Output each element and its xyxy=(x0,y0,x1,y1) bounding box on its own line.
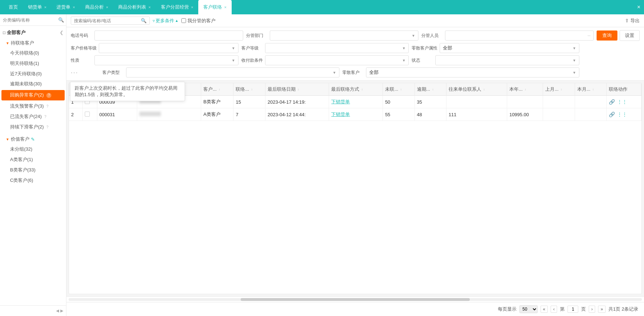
filter-select-payment[interactable]: ▼ xyxy=(265,55,409,65)
sort-icon-year-amount[interactable]: ↕ xyxy=(525,88,526,91)
col-header-last-method[interactable]: 最后联络方式 ↕ xyxy=(329,83,383,96)
nav-tab-customer-contact-close[interactable]: × xyxy=(224,5,226,9)
sidebar-item-abnormal-repurchase[interactable]: 回购异常客户(2) ? xyxy=(1,90,65,100)
sidebar-item-class-c[interactable]: C类客户(6) xyxy=(0,175,66,186)
export-button[interactable]: ⇧ 导出 xyxy=(625,18,640,24)
collapse-icon: □ xyxy=(3,30,5,35)
filter-select-price-level[interactable]: ▼ xyxy=(99,43,238,53)
sidebar-item-loss-warning[interactable]: 流失预警客户(3) ? xyxy=(0,101,66,112)
info-icon[interactable]: ? xyxy=(46,125,48,129)
action-link-icon-1[interactable]: 🔗 xyxy=(609,112,615,117)
sidebar-item-declining-customers[interactable]: 持续下滑客户(2) ? xyxy=(0,122,66,132)
col-header-type[interactable]: 客户... ↕ xyxy=(201,83,233,96)
nav-tab-customer-segment-close[interactable]: × xyxy=(191,5,193,9)
col-header-contact-count[interactable]: 联络... ↕ xyxy=(233,83,265,96)
nav-tab-product-analysis-close[interactable]: × xyxy=(106,5,108,9)
first-page-button[interactable]: « xyxy=(541,306,548,313)
sidebar-item-label: B类客户(33) xyxy=(10,167,36,173)
sidebar-search-icon[interactable]: 🔍 xyxy=(58,17,64,23)
filter-select-nature[interactable]: ▼ xyxy=(94,55,238,65)
sort-icon-last-month[interactable]: ↕ xyxy=(561,88,562,91)
page-size-select[interactable]: 50 100 200 xyxy=(519,305,538,313)
sort-icon-last-method[interactable]: ↕ xyxy=(361,88,363,91)
action-link-icon-0[interactable]: 🔗 xyxy=(609,99,615,105)
window-close-button[interactable]: × xyxy=(637,4,640,10)
nav-tab-sales-close[interactable]: × xyxy=(44,5,46,9)
last-method-link-0[interactable]: 下销货单 xyxy=(331,99,350,104)
nav-tab-purchase-close[interactable]: × xyxy=(73,5,75,9)
col-label-overdue: 逾期... xyxy=(417,86,430,92)
filter-select-dept[interactable]: ▼ xyxy=(270,30,418,41)
settings-button[interactable]: 设置 xyxy=(620,30,640,41)
info-icon[interactable]: ? xyxy=(46,104,48,108)
sidebar-root-item[interactable]: □ 全部客户 ❮ xyxy=(0,27,66,38)
nav-tab-product-analysis-list[interactable]: 商品分析列表 × xyxy=(113,0,156,14)
filter-select-status[interactable]: ▼ xyxy=(435,55,579,65)
filter-input-phone[interactable] xyxy=(94,30,243,41)
my-customers-checkbox[interactable] xyxy=(181,18,186,23)
search-input[interactable] xyxy=(74,18,141,23)
sidebar-item-7days-contact[interactable]: 近7天待联络(0) xyxy=(0,69,66,79)
sort-icon-type[interactable]: ↕ xyxy=(219,88,220,91)
col-header-overdue[interactable]: 逾期... ↕ xyxy=(414,83,446,96)
sidebar-search-input[interactable] xyxy=(3,18,57,23)
info-icon[interactable]: ? xyxy=(46,93,51,98)
sidebar-item-label: 未分组(32) xyxy=(10,146,32,152)
horizontal-scrollbar[interactable] xyxy=(66,296,644,302)
nav-tab-home[interactable]: 首页 xyxy=(4,0,23,14)
sort-icon-uncontacted[interactable]: ↕ xyxy=(400,88,402,91)
last-page-button[interactable]: » xyxy=(598,306,606,313)
prev-page-button[interactable]: ‹ xyxy=(551,306,557,313)
nav-tab-product-analysis[interactable]: 商品分析 × xyxy=(80,0,113,14)
more-conditions-button[interactable]: ▿ 更多条件 ▲ xyxy=(153,18,179,24)
sidebar-item-overdue-contact[interactable]: 逾期未联络(30) xyxy=(0,79,66,89)
sidebar-item-label: 今天待联络(0) xyxy=(10,50,39,56)
sort-icon-overdue[interactable]: ↕ xyxy=(432,88,434,91)
filter-field-phone: 电话号码 xyxy=(71,30,243,41)
nav-tab-customer-segment[interactable]: 客户分层经营 × xyxy=(156,0,198,14)
sort-icon-unit-contacts[interactable]: ↕ xyxy=(483,88,485,91)
sidebar-item-lost-customers[interactable]: 已流失客户(24) ? xyxy=(0,112,66,122)
sidebar-item-today-contact[interactable]: 今天待联络(0) xyxy=(0,48,66,58)
sort-icon-last-date[interactable]: ↕ xyxy=(298,88,299,91)
sidebar-collapse-arrow[interactable]: ❮ xyxy=(60,30,63,35)
col-header-uncontacted[interactable]: 未联... ↕ xyxy=(383,83,414,96)
sidebar-scroll-right[interactable]: ▶ xyxy=(60,308,63,313)
next-page-button[interactable]: › xyxy=(589,306,595,313)
col-header-last-month[interactable]: 上月... ↕ xyxy=(543,83,575,96)
filter-select-retail-attr[interactable]: 全部 ▼ xyxy=(440,43,579,53)
row-checkbox-1[interactable] xyxy=(85,112,90,117)
sort-icon-contact-count[interactable]: ↕ xyxy=(251,88,252,91)
col-header-last-date[interactable]: 最后联络日期 ↕ xyxy=(265,83,329,96)
query-button[interactable]: 查询 xyxy=(597,30,617,41)
last-method-link-1[interactable]: 下销货单 xyxy=(331,112,350,117)
nav-tab-sales[interactable]: 销货单 × xyxy=(23,0,51,14)
nav-tab-customer-contact[interactable]: 客户联络 × xyxy=(198,0,231,14)
col-header-this-month[interactable]: 本月... ↕ xyxy=(575,83,606,96)
filter-select-retail-customer[interactable]: 全部 ▼ xyxy=(366,67,579,77)
action-qr-icon-1[interactable]: ⋮⋮ xyxy=(617,112,627,117)
sidebar-item-class-b[interactable]: B类客户(33) xyxy=(0,165,66,175)
nav-tab-product-analysis-list-close[interactable]: × xyxy=(148,5,150,9)
sort-icon-this-month[interactable]: ↕ xyxy=(592,88,594,91)
action-qr-icon-0[interactable]: ⋮⋮ xyxy=(617,99,627,105)
sidebar-group-value-customers[interactable]: ▼ 价值客户 ✎ xyxy=(0,134,66,144)
sidebar-item-tomorrow-contact[interactable]: 明天待联络(1) xyxy=(0,58,66,69)
sidebar-item-unclassified[interactable]: 未分组(32) xyxy=(0,144,66,155)
nav-tab-purchase[interactable]: 进货单 × xyxy=(51,0,80,14)
col-header-unit-contacts[interactable]: 往来单位联系人 ↕ xyxy=(446,83,507,96)
filter-select-customer-level[interactable]: ▼ xyxy=(265,43,409,53)
col-header-year-amount[interactable]: 本年... ↕ xyxy=(507,83,543,96)
filter-select-customer-type[interactable]: ▼ xyxy=(126,67,339,77)
sidebar-scroll-left[interactable]: ◀ xyxy=(56,308,59,313)
info-icon[interactable]: ? xyxy=(44,115,46,119)
sidebar-item-class-a[interactable]: A类客户(1) xyxy=(0,155,66,165)
search-icon[interactable]: 🔍 xyxy=(141,18,147,23)
page-number-input[interactable] xyxy=(567,306,578,313)
sidebar-group-待联络客户[interactable]: ▼ 待联络客户 xyxy=(0,38,66,48)
filter-select-person[interactable]: ··· xyxy=(445,30,594,41)
chevron-down-icon: ▼ xyxy=(573,46,576,50)
filter-more-dots[interactable]: ··· xyxy=(71,69,78,76)
edit-group-icon[interactable]: ✎ xyxy=(31,137,35,142)
scroll-thumb[interactable] xyxy=(241,298,470,301)
